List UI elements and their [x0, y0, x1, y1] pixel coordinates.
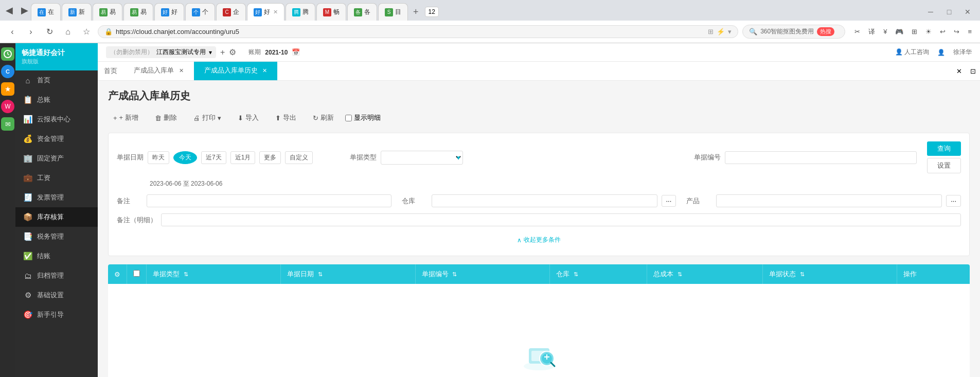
- browser-back-icon[interactable]: ◀: [2, 3, 16, 17]
- tab-zaiyun[interactable]: 在 在: [31, 3, 61, 21]
- company-selector[interactable]: （勿删勿禁用） 江西服宝测试专用 ▾: [106, 46, 216, 58]
- tab-mu[interactable]: S 目: [378, 3, 408, 21]
- query-button[interactable]: 查询: [927, 141, 961, 156]
- th-number[interactable]: 单据编号 ⇅: [415, 264, 549, 284]
- tab-ge[interactable]: 个 个: [185, 3, 215, 21]
- sidebar-item-settings[interactable]: ⚙ 基础设置: [15, 285, 98, 305]
- bookmark-button[interactable]: ☆: [79, 25, 94, 39]
- print-button[interactable]: 🖨 打印 ▾: [188, 111, 226, 124]
- type-select[interactable]: [381, 151, 463, 165]
- period-calendar-icon[interactable]: 📅: [292, 48, 300, 56]
- undo-icon[interactable]: ↩: [937, 27, 949, 37]
- settings-button[interactable]: 设置: [927, 158, 961, 173]
- sidebar-item-archive[interactable]: 🗂 归档管理: [15, 266, 98, 285]
- add-company-icon[interactable]: +: [220, 48, 225, 57]
- ai-consult-link[interactable]: 👤 人工咨询: [895, 48, 929, 57]
- new-tab-button[interactable]: +: [409, 7, 423, 17]
- sidebar-item-invoice[interactable]: 🧾 发票管理: [15, 188, 98, 207]
- th-check[interactable]: [127, 264, 147, 284]
- refresh-button[interactable]: ↻: [42, 25, 57, 39]
- date-more[interactable]: 更多: [259, 151, 281, 164]
- currency-icon[interactable]: ¥: [880, 27, 890, 37]
- close-right-panel-btn[interactable]: ✕: [952, 63, 966, 79]
- forward-button[interactable]: ›: [24, 25, 38, 39]
- import-button[interactable]: ⬇ 导入: [233, 111, 264, 124]
- app-icon-main[interactable]: [1, 47, 14, 61]
- tab-ge2[interactable]: 各 各: [347, 3, 377, 21]
- delete-button[interactable]: 🗑 删除: [150, 111, 182, 124]
- restore-button[interactable]: □: [942, 5, 956, 19]
- sidebar-item-ledger[interactable]: 📋 总账: [15, 90, 98, 110]
- translate-icon[interactable]: 译: [865, 26, 878, 38]
- th-gear[interactable]: ⚙: [108, 264, 127, 284]
- date-yesterday[interactable]: 昨天: [148, 151, 169, 164]
- company-dropdown-icon[interactable]: ▾: [209, 49, 212, 56]
- date-custom[interactable]: 自定义: [285, 151, 313, 164]
- grid-icon[interactable]: ⊞: [908, 27, 920, 37]
- warehouse-ellipsis-btn[interactable]: ···: [662, 195, 676, 207]
- breadcrumb-home[interactable]: 首页: [98, 62, 123, 80]
- th-date[interactable]: 单据日期 ⇅: [281, 264, 415, 284]
- tab-new[interactable]: 新 新: [62, 3, 92, 21]
- tab-yi2[interactable]: 易 易: [123, 3, 153, 21]
- th-warehouse[interactable]: 仓库 ⇅: [550, 264, 647, 284]
- add-button[interactable]: + + 新增: [108, 111, 144, 124]
- expand-panel-btn[interactable]: ⊡: [966, 63, 980, 79]
- export-button[interactable]: ⬆ 导出: [270, 111, 301, 124]
- date-7days[interactable]: 近7天: [201, 151, 226, 164]
- sidebar-item-checkout[interactable]: ✅ 结账: [15, 246, 98, 266]
- show-fields-input[interactable]: [345, 115, 352, 121]
- note-detail-input[interactable]: [161, 213, 961, 226]
- app-icon-mail[interactable]: ✉: [1, 117, 14, 131]
- tab-qi[interactable]: C 企: [216, 3, 246, 21]
- sidebar-item-tax[interactable]: 📑 税务管理: [15, 227, 98, 246]
- warehouse-input[interactable]: [432, 194, 657, 207]
- product-input[interactable]: [716, 194, 942, 207]
- app-icon-star[interactable]: ★: [1, 82, 14, 96]
- tab-yi1[interactable]: 易 易: [93, 3, 122, 21]
- url-bar[interactable]: 🔒 https://cloud.chanjet.com/accounting/u…: [98, 25, 738, 38]
- minimize-button[interactable]: ─: [923, 5, 938, 19]
- product-ellipsis-btn[interactable]: ···: [946, 195, 961, 207]
- sun-icon[interactable]: ☀: [922, 27, 935, 37]
- sidebar-item-home[interactable]: ⌂ 首页: [15, 70, 98, 90]
- sidebar-item-inventory[interactable]: 📦 库存核算: [15, 207, 98, 227]
- number-input[interactable]: [725, 151, 917, 164]
- close-button[interactable]: ✕: [960, 5, 975, 19]
- tab-chang[interactable]: M 畅: [316, 3, 346, 21]
- date-1month[interactable]: 近1月: [230, 151, 256, 164]
- date-today[interactable]: 今天: [173, 151, 197, 164]
- tab-inventory-list[interactable]: 产成品入库单 ✕: [123, 62, 194, 80]
- tab-teng[interactable]: 腾 腾: [286, 3, 315, 21]
- note-input[interactable]: [147, 194, 391, 207]
- back-button[interactable]: ‹: [5, 25, 20, 39]
- scissors-icon[interactable]: ✂: [851, 27, 863, 37]
- sidebar-item-fixed[interactable]: 🏢 固定资产: [15, 149, 98, 168]
- collapse-button[interactable]: ∧ 收起更多条件: [117, 232, 961, 247]
- select-all-checkbox[interactable]: [133, 270, 140, 277]
- tab-close-inventory-list[interactable]: ✕: [179, 67, 184, 74]
- app-icon-changjie[interactable]: C: [1, 65, 14, 78]
- tab-hao1[interactable]: 好 好: [154, 3, 184, 21]
- app-icon-weibo[interactable]: W: [1, 100, 14, 113]
- company-settings-icon[interactable]: ⚙: [229, 47, 236, 57]
- th-status[interactable]: 单据状态 ⇅: [763, 264, 897, 284]
- tab-inventory-history[interactable]: 产成品入库单历史 ✕: [194, 62, 278, 80]
- tab-close-hao2[interactable]: ✕: [273, 9, 278, 15]
- game-icon[interactable]: 🎮: [892, 27, 906, 37]
- th-type[interactable]: 单据类型 ⇅: [147, 264, 281, 284]
- browser-forward-icon[interactable]: ▶: [17, 3, 32, 17]
- search-bar[interactable]: 🔍 360智能抠图免费用 热搜: [742, 25, 845, 39]
- th-total-cost[interactable]: 总成本 ⇅: [647, 264, 762, 284]
- sidebar-item-guide[interactable]: 🎯 新手引导: [15, 305, 98, 325]
- tab-hao2[interactable]: 好 好 ✕: [247, 3, 284, 21]
- sidebar-item-reports[interactable]: 📊 云报表中心: [15, 110, 98, 129]
- home-button[interactable]: ⌂: [61, 25, 75, 39]
- refresh-button[interactable]: ↻ 刷新: [308, 111, 339, 124]
- url-dropdown-icon[interactable]: ▾: [728, 28, 732, 35]
- tab-close-inventory-history[interactable]: ✕: [262, 67, 267, 74]
- show-fields-checkbox[interactable]: 显示明细: [345, 113, 381, 122]
- sidebar-item-payroll[interactable]: 💼 工资: [15, 168, 98, 188]
- sidebar-item-funds[interactable]: 💰 资金管理: [15, 129, 98, 149]
- redo-icon[interactable]: ↪: [951, 27, 963, 37]
